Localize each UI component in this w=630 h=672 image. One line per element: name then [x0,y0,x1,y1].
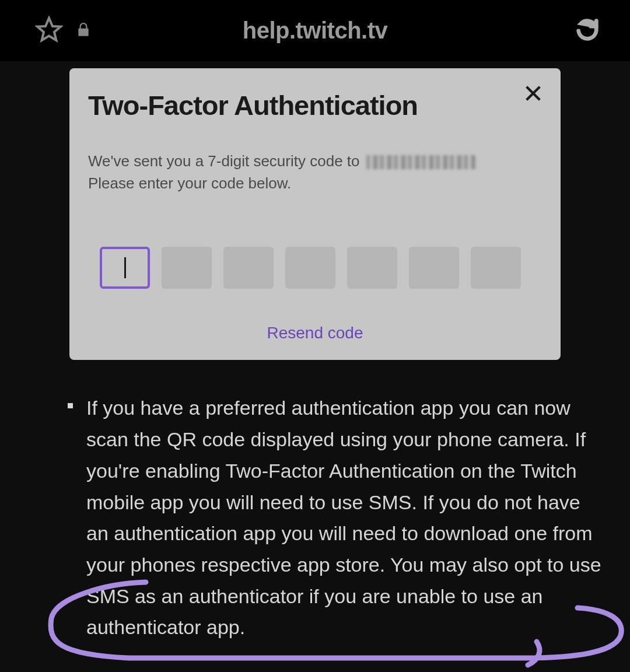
modal-desc-line1: We've sent you a 7-digit security code t… [88,152,360,170]
code-input-row [88,247,542,289]
code-digit-7[interactable] [471,247,521,289]
resend-code-link[interactable]: Resend code [88,324,542,342]
page-content: Two-Factor Authentication We've sent you… [0,61,630,643]
url-text[interactable]: help.twitch.tv [243,18,388,44]
code-digit-2[interactable] [162,247,212,289]
modal-description: We've sent you a 7-digit security code t… [88,150,542,194]
code-digit-1[interactable] [100,247,150,289]
reload-icon[interactable] [574,16,601,46]
close-icon[interactable] [523,83,543,106]
browser-left-controls [35,16,91,46]
code-digit-3[interactable] [223,247,274,289]
modal-title: Two-Factor Authentication [88,89,542,121]
browser-address-bar: help.twitch.tv [0,0,630,61]
modal-desc-line2: Please enter your code below. [88,174,291,192]
code-digit-5[interactable] [347,247,397,289]
redacted-phone [366,155,476,169]
code-digit-6[interactable] [409,247,459,289]
svg-marker-0 [37,18,61,40]
article-bullet-text: If you have a preferred authentication a… [64,393,603,643]
help-article-body: If you have a preferred authentication a… [0,360,630,643]
lock-icon [76,22,91,40]
two-factor-modal: Two-Factor Authentication We've sent you… [69,68,561,360]
bullet-icon [68,403,73,408]
code-digit-4[interactable] [285,247,335,289]
bookmark-star-icon[interactable] [35,16,63,46]
